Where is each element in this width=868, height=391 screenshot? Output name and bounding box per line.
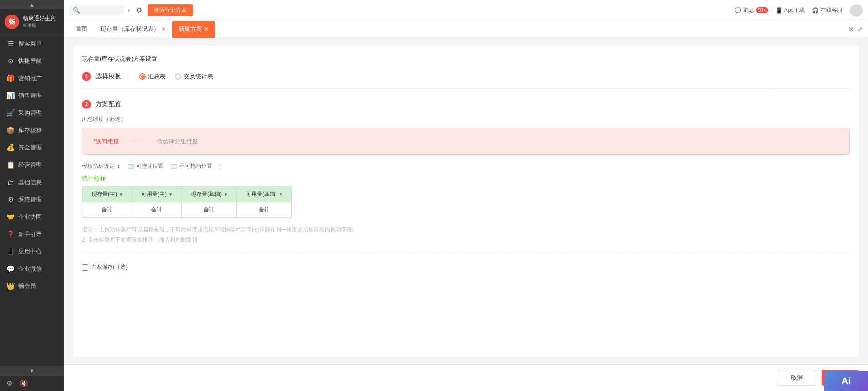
app-download-icon: 📱: [776, 7, 782, 14]
chip-nondraggable-label: 不可拖动位置: [179, 162, 212, 170]
sidebar-label-cooperation: 企业协同: [18, 213, 42, 221]
sound-icon[interactable]: 🔇: [20, 379, 28, 387]
sidebar-label-appstore: 应用中心: [18, 247, 42, 256]
tab-inventory[interactable]: 现存量（库存状况表） ✕: [94, 21, 172, 38]
th-current-main-arrow[interactable]: ▾: [120, 191, 123, 197]
save-option: 方案保存(可选): [82, 263, 850, 271]
industry-solution-button[interactable]: 体验行业方案: [148, 4, 193, 16]
sidebar-item-purchase[interactable]: 🛒采购管理: [0, 104, 64, 122]
divider-2: [82, 252, 850, 252]
radio-cross[interactable]: 交叉统计表: [175, 72, 213, 81]
sidebar-logo: 畅 畅康通好生意 标准版: [0, 9, 64, 35]
th-available-main-arrow[interactable]: ▾: [169, 191, 172, 197]
td-total-3: 合计: [182, 202, 237, 218]
table-row: 合计 合计 合计 合计: [82, 202, 292, 218]
online-service-item[interactable]: 🎧 在线客服: [812, 6, 842, 14]
sidebar-item-appstore[interactable]: 📱应用中心: [0, 243, 64, 260]
td-total-1: 合计: [82, 202, 132, 218]
message-label: 消息: [743, 6, 754, 14]
sidebar-label-search: 搜索菜单: [18, 40, 42, 48]
indicator-label-row: 模板指标设定（ 可拖动位置 不可拖动位置 ）: [82, 162, 850, 170]
tip-line-1: 提示： 1.拖动标题栏可以调整布局，不可跨维度或指标区域拖动栏目字段(只能在同一…: [82, 225, 850, 235]
radio-summary[interactable]: 汇总表: [139, 72, 166, 81]
chip-draggable: 可拖动位置: [128, 162, 163, 170]
sidebar-item-cooperation[interactable]: 🤝企业协同: [0, 208, 64, 226]
section-plan-config: 2 方案配置 汇总维度（必选） *纵向维度 —— 请选择分组维度: [82, 100, 850, 252]
radio-summary-label: 汇总表: [148, 72, 166, 81]
divider-1: [82, 88, 850, 89]
th-available-aux-label: 可用量(基辅): [246, 190, 277, 198]
ai-floating-button[interactable]: Ai: [824, 371, 868, 391]
sidebar-item-basic[interactable]: 🗂基础信息: [0, 174, 64, 191]
th-current-aux[interactable]: 现存量(基辅) ▾: [182, 187, 237, 202]
sidebar-label-member: 畅会员: [18, 282, 36, 290]
tab-home[interactable]: 首页: [69, 21, 94, 38]
sidebar-label-sales: 销售管理: [18, 92, 42, 100]
radio-cross-circle: [175, 73, 181, 80]
sidebar-icon-marketing: 🎁: [6, 74, 15, 82]
search-icon: 🔍: [73, 7, 80, 14]
settings-icon[interactable]: ⚙: [6, 379, 12, 387]
chip-nondraggable-box: [171, 164, 177, 169]
sidebar-item-finance[interactable]: 💰资金管理: [0, 139, 64, 156]
tip-line-2: 2. 点击标题栏下拉可设置排序、插入列和删除列: [82, 235, 850, 245]
dimension-box: *纵向维度 —— 请选择分组维度: [82, 128, 850, 155]
message-icon: 💬: [735, 7, 741, 14]
sidebar-item-quick-nav[interactable]: ⊙快捷导航: [0, 52, 64, 70]
sidebar-label-operation: 经营管理: [18, 161, 42, 169]
sidebar-scroll-down[interactable]: ▼: [0, 366, 64, 375]
chip-draggable-label: 可拖动位置: [136, 162, 163, 170]
indicators-close-text: ）: [220, 162, 225, 170]
app-logo-icon: 畅: [5, 15, 19, 29]
expand-button[interactable]: ⤢: [857, 25, 863, 34]
topbar-gear-icon[interactable]: ⚙: [136, 6, 142, 15]
tab-inventory-close[interactable]: ✕: [161, 26, 166, 32]
topbar-chevron-icon[interactable]: ▾: [128, 7, 130, 14]
tab-new-plan-close[interactable]: ✕: [204, 26, 209, 32]
sidebar-item-search[interactable]: ☰搜索菜单: [0, 35, 64, 52]
save-option-label: 方案保存(可选): [91, 263, 128, 271]
th-current-aux-label: 现存量(基辅): [191, 190, 222, 198]
sidebar-item-guide[interactable]: ❓新手引导: [0, 226, 64, 243]
th-current-aux-arrow[interactable]: ▾: [225, 191, 227, 197]
close-panel-button[interactable]: ✕: [848, 25, 854, 34]
cancel-button[interactable]: 取消: [778, 370, 816, 386]
sidebar-item-system[interactable]: ⚙系统管理: [0, 191, 64, 208]
search-input[interactable]: [82, 7, 118, 14]
section2-title: 方案配置: [96, 100, 121, 108]
sidebar-label-wechat: 企业微信: [18, 265, 42, 273]
th-available-main[interactable]: 可用量(主) ▾: [132, 187, 182, 202]
sidebar-item-inventory[interactable]: 📦库存核算: [0, 122, 64, 139]
tab-new-plan[interactable]: 新建方案 ✕: [172, 21, 215, 38]
message-item[interactable]: 💬 消息 99+: [735, 6, 768, 14]
dim-placeholder[interactable]: 请选择分组维度: [157, 137, 198, 145]
sidebar-scroll-up[interactable]: ▲: [0, 0, 64, 9]
user-avatar[interactable]: [850, 4, 863, 17]
sidebar-item-marketing[interactable]: 🎁营销推广: [0, 70, 64, 87]
sidebar-icon-wechat: 💬: [6, 265, 15, 273]
topbar: 🔍 ▾ ⚙ 体验行业方案 💬 消息 99+ 📱 App下载 🎧 在线客服: [64, 0, 868, 21]
sidebar-icon-quick-nav: ⊙: [6, 57, 15, 65]
td-total-4: 合计: [237, 202, 292, 218]
sidebar-item-sales[interactable]: 📊销售管理: [0, 87, 64, 104]
td-total-2: 合计: [132, 202, 182, 218]
app-download-item[interactable]: 📱 App下载: [776, 6, 805, 14]
section2-num: 2: [82, 100, 91, 109]
topbar-search-box[interactable]: 🔍: [69, 5, 124, 15]
th-current-main[interactable]: 现存量(主) ▾: [82, 187, 132, 202]
sidebar-icon-basic: 🗂: [6, 178, 15, 186]
chip-nondraggable: 不可拖动位置: [171, 162, 212, 170]
message-badge: 99+: [756, 7, 768, 13]
content-area: 现存量(库存状况表)方案设置 1 选择模板 汇总表: [64, 38, 868, 364]
th-available-aux-arrow[interactable]: ▾: [280, 191, 282, 197]
app-logo-text: 畅康通好生意 标准版: [23, 15, 56, 29]
sidebar-label-marketing: 营销推广: [18, 74, 42, 82]
sidebar-item-operation[interactable]: 📋经营管理: [0, 156, 64, 174]
tabs-bar: 首页 现存量（库存状况表） ✕ 新建方案 ✕ ✕ ⤢: [64, 21, 868, 38]
sidebar-item-wechat[interactable]: 💬企业微信: [0, 260, 64, 278]
sidebar-label-inventory: 库存核算: [18, 126, 42, 134]
section-template: 1 选择模板 汇总表 交叉统计表: [82, 72, 850, 89]
save-checkbox[interactable]: [82, 264, 88, 271]
th-available-aux[interactable]: 可用量(基辅) ▾: [237, 187, 292, 202]
sidebar-item-member[interactable]: 👑畅会员: [0, 278, 64, 295]
